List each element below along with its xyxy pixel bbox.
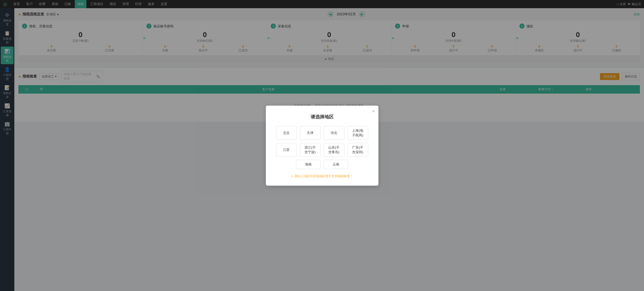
- region-btn-hainan[interactable]: 海南: [296, 160, 321, 169]
- region-btn-jiangsu[interactable]: 江苏: [276, 143, 297, 157]
- region-btn-beijing[interactable]: 北京: [276, 126, 297, 140]
- modal-region-row1: 北京 天津 河北 上海(电子税局): [276, 126, 368, 140]
- modal-overlay[interactable]: × 请选择地区 北京 天津 河北 上海(电子税局) 江苏 浙江(不含宁波) 山东…: [0, 0, 644, 291]
- warning-text: 除以上地区外其他地区暂不支持报税检查！: [295, 174, 353, 178]
- modal-region-row3: 海南 云南: [276, 160, 368, 169]
- region-select-modal: × 请选择地区 北京 天津 河北 上海(电子税局) 江苏 浙江(不含宁波) 山东…: [266, 106, 378, 186]
- warning-icon: ⚠: [291, 174, 294, 178]
- modal-close-btn[interactable]: ×: [372, 109, 375, 114]
- region-btn-yunnan[interactable]: 云南: [324, 160, 348, 169]
- region-btn-shanghai[interactable]: 上海(电子税局): [347, 126, 368, 140]
- region-btn-tianjin[interactable]: 天津: [300, 126, 321, 140]
- modal-title: 请选择地区: [276, 114, 368, 120]
- region-btn-guangdong[interactable]: 广东(不含深圳): [347, 143, 368, 157]
- region-btn-hebei[interactable]: 河北: [324, 126, 344, 140]
- region-btn-shandong[interactable]: 山东(不含青岛): [324, 143, 344, 157]
- modal-warning: ⚠ 除以上地区外其他地区暂不支持报税检查！: [276, 174, 368, 178]
- region-btn-zhejiang[interactable]: 浙江(不含宁波): [300, 143, 321, 157]
- modal-region-row2: 江苏 浙江(不含宁波) 山东(不含青岛) 广东(不含深圳): [276, 143, 368, 157]
